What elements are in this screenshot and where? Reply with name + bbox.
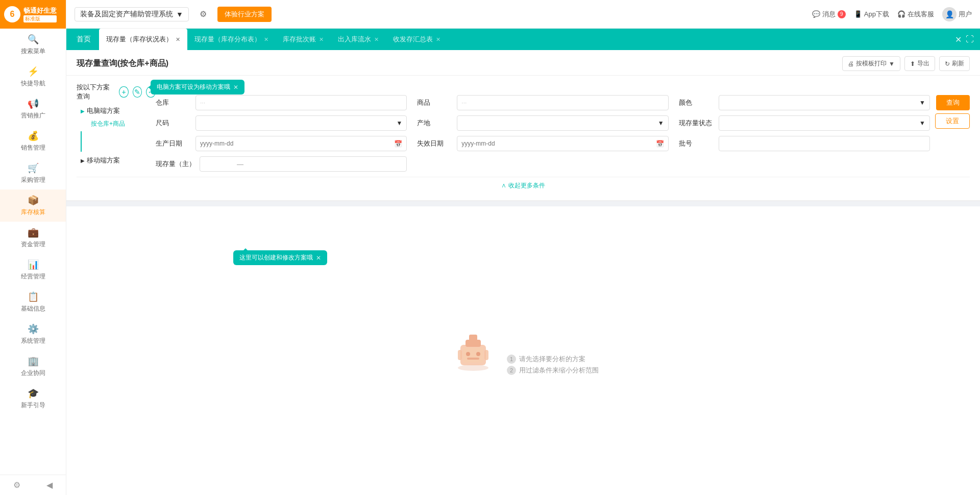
tooltip2-close-btn[interactable]: ✕ xyxy=(316,254,321,262)
svg-point-3 xyxy=(466,352,470,356)
user-label: 用户 xyxy=(959,10,972,19)
empty-content: 1 请先选择要分析的方案 2 用过滤条件来缩小分析范围 xyxy=(448,324,599,377)
expiry-date-input[interactable]: 📅 xyxy=(457,136,668,151)
stock-qty-max[interactable] xyxy=(246,160,276,168)
sidebar-item-marketing[interactable]: 📢 营销推广 xyxy=(0,93,66,125)
reset-button[interactable]: 设置 xyxy=(935,113,970,129)
operation-icon: 📊 xyxy=(28,259,39,270)
tab-batch-ledger[interactable]: 库存批次账 ✕ xyxy=(276,29,331,50)
search-button[interactable]: 查询 xyxy=(936,95,970,110)
sidebar-item-newbie[interactable]: 🎓 新手引导 xyxy=(0,383,66,415)
online-support-item[interactable]: 🎧 在线客服 xyxy=(897,10,934,19)
tab-in-out-flow[interactable]: 出入库流水 ✕ xyxy=(331,29,386,50)
system-name: 装备及固定资产辅助管理系统 xyxy=(80,10,173,19)
experience-button[interactable]: 体验行业方案 xyxy=(217,7,272,22)
tab-home[interactable]: 首页 xyxy=(68,29,99,50)
color-select[interactable]: ▼ xyxy=(719,95,930,110)
settings-btn[interactable]: ⚙ xyxy=(13,480,20,490)
tab-close-icon[interactable]: ✕ xyxy=(436,36,440,43)
content: 现存量查询(按仓库+商品) 🖨 按模板打印 ▼ ⬆ 导出 ↻ 刷新 xyxy=(66,50,980,495)
sidebar-item-finance[interactable]: 💼 资金管理 xyxy=(0,222,66,254)
dropdown-icon: ▼ xyxy=(919,99,925,106)
pc-scheme-toggle[interactable]: ▶ 电脑端方案 xyxy=(77,104,156,117)
sidebar-item-enterprise[interactable]: 🏢 企业协同 xyxy=(0,350,66,383)
tab-close-all-btn[interactable]: ✕ xyxy=(955,35,962,44)
expiry-date-row: 失效日期 📅 xyxy=(417,136,668,151)
svg-rect-6 xyxy=(458,350,462,360)
tab-in-out-flow-label: 出入库流水 xyxy=(338,35,371,44)
dropdown-arrow-icon: ▼ xyxy=(889,60,895,67)
tab-close-icon[interactable]: ✕ xyxy=(264,36,268,43)
tab-inventory-status[interactable]: 现存量（库存状况表） ✕ xyxy=(99,29,187,50)
sidebar-item-base-info[interactable]: 📋 基础信息 xyxy=(0,286,66,318)
export-button[interactable]: ⬆ 导出 xyxy=(904,56,935,71)
tooltip1-container: 电脑方案可设为移动方案哦 ✕ xyxy=(151,80,244,95)
logo-brand: 畅通好生意 xyxy=(23,6,57,15)
calendar-icon2[interactable]: 📅 xyxy=(656,140,664,148)
production-date-input[interactable]: 📅 xyxy=(195,136,407,151)
stock-status-select[interactable]: ▼ xyxy=(719,115,930,131)
tooltip1-close-btn[interactable]: ✕ xyxy=(233,84,238,91)
sales-icon: 💰 xyxy=(28,130,39,142)
tab-close-icon[interactable]: ✕ xyxy=(319,36,324,43)
sidebar-item-quick-nav[interactable]: ⚡ 快捷导航 xyxy=(0,61,66,93)
finance-icon: 💼 xyxy=(28,227,39,238)
pc-scheme-sub-item[interactable]: 按仓库+商品 xyxy=(87,117,156,130)
print-button[interactable]: 🖨 按模板打印 ▼ xyxy=(842,56,900,71)
print-label: 按模板打印 xyxy=(856,59,887,68)
system-selector[interactable]: 装备及固定资产辅助管理系统 ▼ xyxy=(75,7,189,21)
sidebar-item-operation[interactable]: 📊 经营管理 xyxy=(0,254,66,286)
add-scheme-btn[interactable]: + xyxy=(119,86,129,98)
expiry-date-field[interactable] xyxy=(461,140,653,147)
sidebar-item-system[interactable]: ⚙️ 系统管理 xyxy=(0,318,66,350)
message-badge: 9 xyxy=(838,10,846,18)
marketing-icon: 📢 xyxy=(28,98,39,109)
user-item[interactable]: 👤 用户 xyxy=(942,7,972,21)
headset-icon: 🎧 xyxy=(897,10,905,18)
scheme-left: 按以下方案查询 + ✎ ← ▶ 电脑端方案 按仓库+商品 xyxy=(77,82,156,167)
calendar-icon[interactable]: 📅 xyxy=(394,140,402,148)
filter-section: 按以下方案查询 + ✎ ← ▶ 电脑端方案 按仓库+商品 xyxy=(66,76,980,201)
edit-scheme-btn[interactable]: ✎ xyxy=(133,86,142,98)
mobile-scheme-toggle[interactable]: ▶ 移动端方案 xyxy=(77,154,156,167)
warehouse-select[interactable]: ··· xyxy=(195,95,407,110)
quick-nav-icon: ⚡ xyxy=(28,66,39,77)
app-download-item[interactable]: 📱 App下载 xyxy=(854,10,889,19)
dropdown-icon: ▼ xyxy=(658,120,664,127)
batch-no-input[interactable] xyxy=(719,136,930,151)
gear-button[interactable]: ⚙ xyxy=(195,6,211,22)
sidebar-item-sales[interactable]: 💰 销售管理 xyxy=(0,125,66,157)
export-icon: ⬆ xyxy=(910,60,915,67)
tab-close-icon[interactable]: ✕ xyxy=(374,36,379,43)
app-download-label: App下载 xyxy=(864,10,889,19)
origin-select[interactable]: ▼ xyxy=(457,115,668,131)
product-label: 商品 xyxy=(417,98,453,107)
svg-rect-7 xyxy=(484,350,488,360)
product-select[interactable]: ··· xyxy=(457,95,668,110)
sidebar-item-search-menu[interactable]: 🔍 搜索菜单 xyxy=(0,29,66,61)
sidebar-item-purchase[interactable]: 🛒 采购管理 xyxy=(0,157,66,190)
tab-inventory-dist[interactable]: 现存量（库存分布表） ✕ xyxy=(187,29,276,50)
tab-receive-send[interactable]: 收发存汇总表 ✕ xyxy=(386,29,448,50)
svg-rect-8 xyxy=(465,340,481,347)
size-select[interactable]: ▼ xyxy=(195,115,407,131)
collapse-btn[interactable]: ◀ xyxy=(46,480,53,490)
sidebar-item-inventory[interactable]: 📦 库存核算 xyxy=(0,190,66,222)
dots-icon: ··· xyxy=(200,99,205,106)
chevron-right-icon: ▶ xyxy=(81,158,85,163)
refresh-button[interactable]: ↻ 刷新 xyxy=(939,56,970,71)
tab-close-icon[interactable]: ✕ xyxy=(176,36,180,43)
batch-no-row: 批号 xyxy=(679,136,930,151)
stock-qty-row: 现存量（主） — xyxy=(156,156,407,172)
stock-qty-min[interactable] xyxy=(204,160,235,168)
message-item[interactable]: 💬 消息 9 xyxy=(812,10,846,19)
filter-header: 按以下方案查询 + ✎ ← xyxy=(77,83,156,101)
tip-text-2: 用过滤条件来缩小分析范围 xyxy=(519,366,599,375)
sidebar-item-label: 资金管理 xyxy=(21,240,45,249)
size-row: 尺码 ▼ xyxy=(156,115,407,131)
production-date-field[interactable] xyxy=(200,140,392,147)
tab-maximize-btn[interactable]: ⛶ xyxy=(966,35,974,44)
stock-status-row: 现存量状态 ▼ xyxy=(679,115,930,131)
collapse-bar[interactable]: ∧ 收起更多条件 xyxy=(77,177,970,194)
pc-scheme-sublist: 按仓库+商品 xyxy=(77,117,156,130)
